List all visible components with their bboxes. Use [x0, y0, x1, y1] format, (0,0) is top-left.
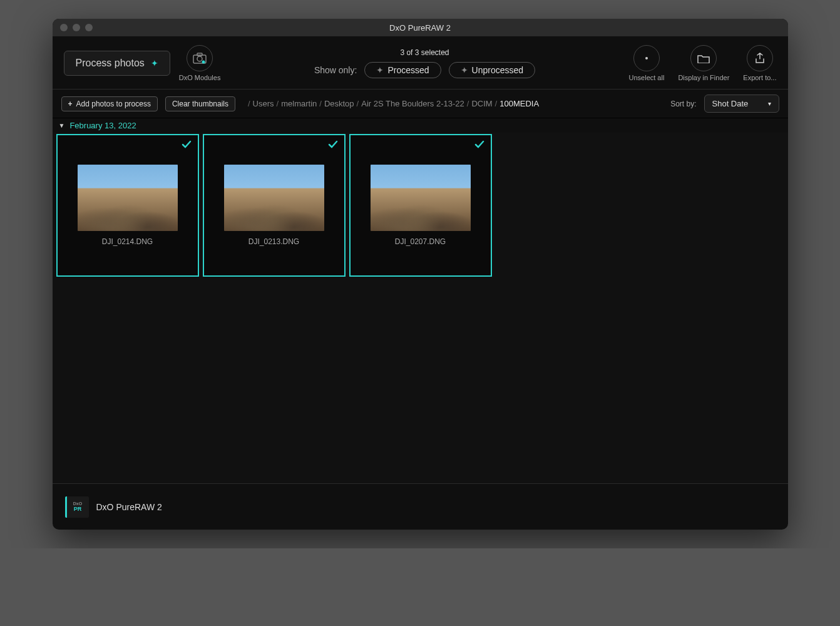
disclosure-triangle-icon: ▼ — [59, 122, 65, 129]
add-photos-label: Add photos to process — [76, 100, 151, 108]
process-photos-button[interactable]: Process photos ✦ — [64, 51, 170, 76]
filter-unprocessed-button[interactable]: ✦ Unprocessed — [449, 62, 536, 78]
unselect-label: Unselect all — [629, 74, 665, 81]
thumbnail-grid: DJI_0214.DNGDJI_0213.DNGDJI_0207.DNG — [53, 133, 788, 483]
show-only-label: Show only: — [314, 65, 357, 75]
sparkle-icon: ✦ — [376, 65, 384, 75]
filter-processed-label: Processed — [387, 65, 429, 75]
app-window: DxO PureRAW 2 Process photos ✦ DxO Modul… — [53, 19, 788, 530]
display-label: Display in Finder — [678, 74, 729, 81]
sparkle-icon: ✦ — [151, 58, 158, 68]
svg-point-3 — [202, 61, 205, 64]
thumbnail-card[interactable]: DJI_0214.DNG — [56, 134, 199, 277]
unselect-icon — [633, 45, 660, 71]
thumbnail-filename: DJI_0213.DNG — [248, 237, 299, 246]
filter-unprocessed-label: Unprocessed — [472, 65, 524, 75]
selection-count: 3 of 3 selected — [400, 48, 449, 57]
export-icon — [747, 45, 773, 71]
camera-icon — [187, 45, 213, 71]
thumbnail-card[interactable]: DJI_0213.DNG — [203, 134, 346, 277]
statusbar: DxO PR DxO PureRAW 2 — [53, 483, 788, 530]
export-label: Export to... — [743, 74, 776, 81]
breadcrumb-separator: / — [467, 99, 469, 108]
breadcrumb-segment[interactable]: Users — [253, 99, 274, 108]
maximize-icon[interactable] — [85, 24, 93, 31]
breadcrumb-segment[interactable]: DCIM — [471, 99, 492, 108]
display-in-finder-button[interactable]: Display in Finder — [678, 45, 729, 81]
plus-icon: + — [68, 100, 73, 108]
app-icon: DxO PR — [65, 496, 89, 518]
dxo-modules-button[interactable]: DxO Modules — [179, 45, 221, 81]
unselect-all-button[interactable]: Unselect all — [629, 45, 665, 81]
filter-row: Show only: ✦ Processed ✦ Unprocessed — [314, 62, 535, 78]
subbar: + Add photos to process Clear thumbnails… — [53, 90, 788, 118]
check-icon — [474, 140, 484, 149]
add-photos-button[interactable]: + Add photos to process — [61, 96, 158, 111]
svg-point-1 — [197, 56, 202, 61]
titlebar: DxO PureRAW 2 — [53, 19, 788, 36]
thumbnail-card[interactable]: DJI_0207.DNG — [349, 134, 492, 277]
traffic-lights — [53, 24, 93, 31]
export-to-button[interactable]: Export to... — [743, 45, 776, 81]
clear-thumbnails-button[interactable]: Clear thumbnails — [165, 96, 235, 111]
breadcrumb-segment[interactable]: melmartin — [281, 99, 317, 108]
date-group-header[interactable]: ▼ February 13, 2022 — [53, 118, 788, 133]
modules-label: DxO Modules — [179, 74, 221, 81]
thumbnail-filename: DJI_0207.DNG — [395, 237, 446, 246]
thumbnail-image — [78, 165, 178, 231]
folder-icon — [690, 45, 717, 71]
breadcrumb-segment[interactable]: Desktop — [324, 99, 354, 108]
thumbnail-image — [371, 165, 471, 231]
svg-rect-2 — [197, 53, 202, 56]
filter-processed-button[interactable]: ✦ Processed — [364, 62, 441, 78]
breadcrumb-segment[interactable]: 100MEDIA — [499, 99, 539, 108]
breadcrumb: /Users/melmartin/Desktop/Air 2S The Boul… — [243, 99, 663, 108]
group-date-label: February 13, 2022 — [69, 121, 136, 130]
breadcrumb-separator: / — [319, 99, 322, 108]
thumbnail-image — [224, 165, 324, 231]
check-icon — [328, 140, 338, 149]
process-label: Process photos — [76, 58, 145, 69]
chevron-down-icon: ▾ — [768, 100, 771, 107]
clear-label: Clear thumbnails — [172, 100, 228, 108]
sort-select[interactable]: Shot Date ▾ — [704, 95, 779, 113]
breadcrumb-separator: / — [495, 99, 498, 108]
window-title: DxO PureRAW 2 — [389, 23, 451, 33]
app-name-label: DxO PureRAW 2 — [96, 502, 162, 512]
minimize-icon[interactable] — [73, 24, 80, 31]
breadcrumb-separator: / — [248, 99, 250, 108]
breadcrumb-separator: / — [277, 99, 279, 108]
sparkle-icon: ✦ — [461, 65, 468, 75]
toolbar-center: 3 of 3 selected Show only: ✦ Processed ✦… — [229, 48, 620, 78]
toolbar-right: Unselect all Display in Finder Export to… — [629, 45, 777, 81]
breadcrumb-separator: / — [357, 99, 359, 108]
toolbar: Process photos ✦ DxO Modules 3 of 3 sele… — [53, 36, 788, 90]
close-icon[interactable] — [60, 24, 68, 31]
svg-point-4 — [645, 57, 648, 59]
breadcrumb-segment[interactable]: Air 2S The Boulders 2-13-22 — [361, 99, 464, 108]
sort-value: Shot Date — [712, 99, 749, 108]
thumbnail-filename: DJI_0214.DNG — [102, 237, 153, 246]
sort-by-label: Sort by: — [670, 100, 696, 108]
check-icon — [182, 140, 192, 149]
